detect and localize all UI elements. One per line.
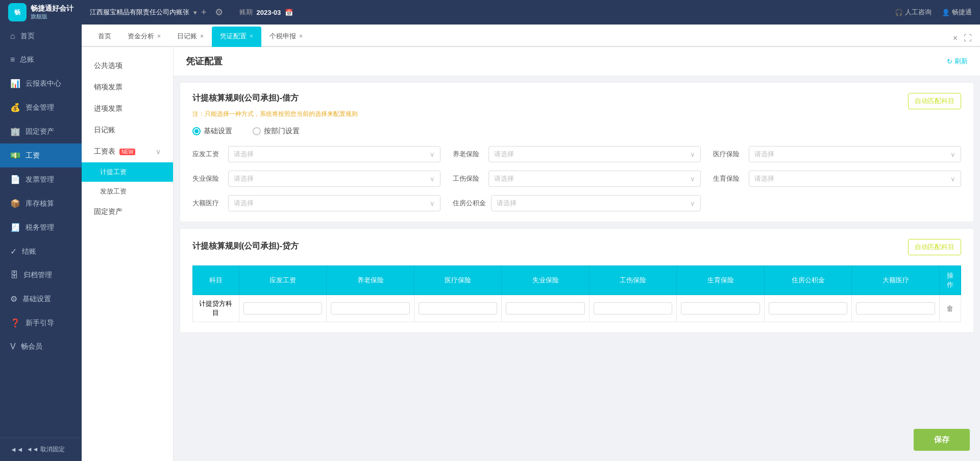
sidebar-label-basic: 基础设置: [22, 295, 51, 304]
report-icon: 📊: [10, 79, 20, 88]
tab-fund-analysis[interactable]: 资金分析 ×: [119, 27, 169, 47]
td-yingfa[interactable]: [239, 295, 326, 322]
form-item-yingfa: 应发工资 请选择 ∨: [192, 146, 440, 162]
logo-area: 畅 畅捷通好会计 旗舰版: [8, 3, 90, 21]
debit-auto-match-button[interactable]: 自动匹配科目: [908, 93, 961, 109]
tab-voucher-close[interactable]: ×: [250, 33, 253, 40]
th-yanglao: 养老保险: [327, 266, 414, 295]
select-yingfa[interactable]: 请选择 ∨: [228, 146, 440, 162]
input-credit-shengyu[interactable]: [681, 302, 760, 314]
select-shengyu[interactable]: 请选择 ∨: [749, 171, 961, 187]
input-credit-yanglao[interactable]: [331, 302, 409, 314]
tab-journal-close[interactable]: ×: [200, 33, 204, 40]
select-yiliao-arrow: ∨: [950, 151, 955, 158]
td-yanglao[interactable]: [327, 295, 414, 322]
refresh-label: 刷新: [954, 57, 968, 66]
td-dale[interactable]: [852, 295, 939, 322]
radio-dept[interactable]: 按部门设置: [253, 127, 300, 136]
input-credit-dale[interactable]: [856, 302, 935, 314]
page-content: 公共选项 销项发票 进项发票 日记账 工资表 NEW ∨ 计提工资 发放工资 固…: [82, 47, 980, 461]
company-selector[interactable]: 江西服宝精品有限责任公司内账张 ▾: [90, 8, 197, 17]
tab-journal[interactable]: 日记账 ×: [169, 27, 212, 47]
td-shengyu[interactable]: [677, 295, 764, 322]
salary-table-label: 工资表 NEW: [94, 147, 135, 156]
sidebar-item-member[interactable]: V 畅会员: [0, 335, 82, 358]
tab-voucher-config[interactable]: 凭证配置 ×: [212, 27, 261, 47]
radio-basic[interactable]: 基础设置: [192, 127, 232, 136]
tab-tax-report[interactable]: 个税申报 ×: [261, 27, 311, 47]
input-credit-gongshang[interactable]: [594, 302, 672, 314]
radio-basic-label: 基础设置: [204, 127, 232, 136]
label-dale: 大额医疗: [192, 199, 223, 208]
td-yiliao[interactable]: [414, 295, 501, 322]
tab-fund-label: 资金分析: [128, 32, 154, 41]
sidebar-item-basic[interactable]: ⚙ 基础设置: [0, 287, 82, 311]
td-shiye[interactable]: [502, 295, 589, 322]
tab-bar: 首页 资金分析 × 日记账 × 凭证配置 × 个税申报 × × ⛶: [82, 25, 980, 47]
home-icon: ⌂: [10, 32, 15, 41]
sidebar-item-salary[interactable]: 💵 工资: [0, 143, 82, 167]
tab-expand-icon[interactable]: ⛶: [964, 34, 972, 43]
consult-button[interactable]: 🎧 人工咨询: [895, 8, 932, 17]
refresh-button[interactable]: ↻ 刷新: [947, 57, 968, 66]
sidebar-label-salary: 工资: [26, 151, 40, 160]
sidebar-unpin-button[interactable]: ◄◄ ◄◄ 取消固定: [0, 438, 82, 461]
new-badge: NEW: [119, 149, 135, 155]
select-gongshang[interactable]: 请选择 ∨: [488, 171, 701, 187]
sidebar-item-guide[interactable]: ❓ 新手引导: [0, 311, 82, 335]
select-dale-value: 请选择: [234, 199, 254, 208]
form-item-shengyu: 生育保险 请选择 ∨: [713, 171, 961, 187]
sidebar-item-fund[interactable]: 💰 资金管理: [0, 95, 82, 119]
sidebar-label-fund: 资金管理: [26, 103, 54, 112]
delete-row-icon[interactable]: 🗑: [946, 304, 953, 312]
tab-tax-label: 个税申报: [270, 32, 296, 41]
left-nav-salary-table[interactable]: 工资表 NEW ∨: [82, 141, 173, 162]
input-credit-yiliao[interactable]: [419, 302, 497, 314]
left-nav-pay-salary[interactable]: 发放工资: [82, 182, 173, 201]
sidebar-item-assets[interactable]: 🏢 固定资产: [0, 119, 82, 143]
calendar-icon[interactable]: 📅: [285, 9, 293, 16]
left-nav-public[interactable]: 公共选项: [82, 55, 173, 77]
period-value[interactable]: 2023-03: [257, 9, 281, 16]
sidebar-item-tax[interactable]: 🧾 税务管理: [0, 215, 82, 239]
account-area[interactable]: 👤 畅捷通: [942, 8, 972, 17]
select-yiliao[interactable]: 请选择 ∨: [749, 146, 961, 162]
input-credit-yingfa[interactable]: [243, 302, 322, 314]
sidebar-item-report[interactable]: 📊 云报表中心: [0, 71, 82, 95]
tab-journal-label: 日记账: [177, 32, 197, 41]
td-zhufang[interactable]: [764, 295, 851, 322]
left-nav-accrual[interactable]: 计提工资: [82, 162, 173, 182]
inventory-icon: 📦: [10, 199, 20, 208]
tab-close-all-icon[interactable]: ×: [953, 34, 958, 43]
salary-table-arrow: ∨: [156, 148, 161, 156]
select-yanglao[interactable]: 请选择 ∨: [488, 146, 701, 162]
select-shiye[interactable]: 请选择 ∨: [228, 171, 440, 187]
tab-tax-close[interactable]: ×: [299, 33, 303, 40]
sidebar-item-settle[interactable]: ✓ 结账: [0, 239, 82, 263]
input-credit-shiye[interactable]: [506, 302, 584, 314]
select-dale[interactable]: 请选择 ∨: [228, 195, 440, 211]
form-grid: 应发工资 请选择 ∨ 养老保险 请选择 ∨: [192, 146, 961, 211]
sidebar-item-inventory[interactable]: 📦 库存核算: [0, 191, 82, 215]
input-credit-zhufang[interactable]: [769, 302, 847, 314]
sidebar-item-ledger[interactable]: ≡ 总账: [0, 48, 82, 71]
main-panel: 凭证配置 ↻ 刷新 计提核算规则(公司承担)-借方 注：只能选择一种方式，系统将…: [174, 47, 980, 461]
tab-home[interactable]: 首页: [90, 27, 119, 47]
select-zhufang[interactable]: 请选择 ∨: [491, 195, 701, 211]
td-delete[interactable]: 🗑: [939, 295, 961, 322]
left-nav-purchase-invoice[interactable]: 进项发票: [82, 98, 173, 119]
save-button[interactable]: 保存: [914, 429, 970, 451]
left-nav-journal[interactable]: 日记账: [82, 119, 173, 141]
sidebar-item-invoice[interactable]: 📄 发票管理: [0, 167, 82, 191]
add-button[interactable]: +: [197, 7, 211, 18]
credit-auto-match-button[interactable]: 自动匹配科目: [908, 239, 961, 255]
left-nav-fixed-assets[interactable]: 固定资产: [82, 201, 173, 223]
sidebar-item-archive[interactable]: 🗄 归档管理: [0, 263, 82, 287]
left-nav-sales-invoice[interactable]: 销项发票: [82, 77, 173, 98]
td-gongshang[interactable]: [589, 295, 676, 322]
settings-icon[interactable]: ⚙: [211, 7, 227, 18]
sidebar-item-home[interactable]: ⌂ 首页: [0, 25, 82, 48]
tab-fund-close[interactable]: ×: [157, 33, 161, 40]
label-gongshang: 工伤保险: [453, 174, 483, 183]
sidebar-label-archive: 归档管理: [23, 271, 52, 280]
